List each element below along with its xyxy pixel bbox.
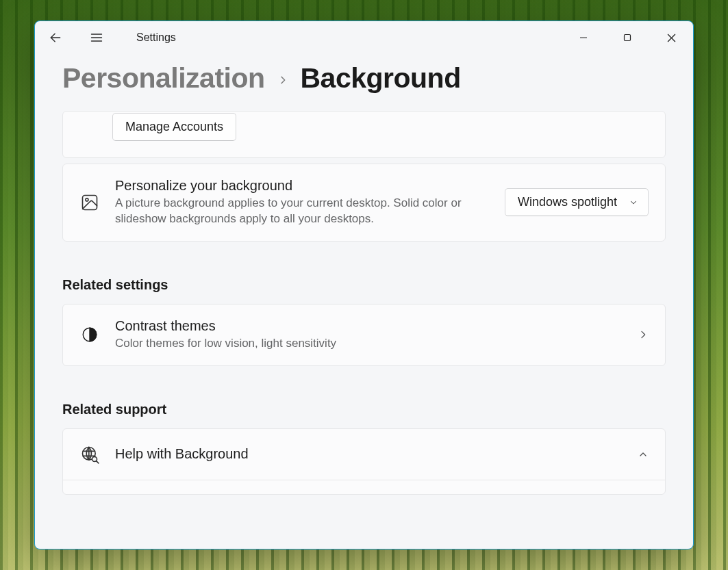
personalize-background-card: Personalize your background A picture ba… [62, 164, 666, 242]
back-arrow-icon [49, 31, 62, 44]
contrast-title: Contrast themes [115, 318, 623, 334]
settings-window: Settings Personalization Background Mana… [34, 21, 694, 549]
help-title: Help with Background [115, 446, 623, 462]
contrast-themes-card[interactable]: Contrast themes Color themes for low vis… [62, 304, 666, 366]
background-type-select[interactable]: Windows spotlight [505, 188, 649, 216]
app-title: Settings [136, 31, 176, 44]
image-icon [79, 192, 100, 213]
help-background-card: Help with Background [62, 428, 666, 495]
chevron-down-icon [629, 198, 638, 207]
help-expanded-content [63, 480, 665, 494]
chevron-right-icon [277, 72, 288, 90]
content-area: Personalization Background Manage Accoun… [35, 54, 693, 549]
svg-point-9 [86, 198, 88, 201]
breadcrumb-current: Background [301, 62, 461, 94]
contrast-icon [79, 324, 100, 345]
spotlight-card-partial: Manage Accounts [62, 111, 666, 158]
hamburger-icon [90, 31, 103, 44]
background-type-value: Windows spotlight [518, 195, 617, 209]
personalize-desc: A picture background applies to your cur… [115, 196, 490, 227]
contrast-desc: Color themes for low vision, light sensi… [115, 336, 623, 352]
breadcrumb: Personalization Background [62, 54, 666, 111]
back-button[interactable] [45, 27, 66, 49]
maximize-icon [623, 34, 631, 42]
nav-menu-button[interactable] [86, 27, 108, 49]
breadcrumb-parent[interactable]: Personalization [62, 62, 265, 94]
related-support-heading: Related support [62, 402, 666, 417]
help-background-toggle[interactable]: Help with Background [63, 429, 665, 480]
chevron-right-icon [638, 329, 649, 340]
manage-accounts-button[interactable]: Manage Accounts [112, 113, 236, 141]
svg-rect-5 [625, 35, 631, 41]
related-settings-heading: Related settings [62, 277, 666, 293]
chevron-up-icon [638, 449, 649, 460]
minimize-icon [579, 34, 588, 42]
close-icon [667, 34, 676, 42]
globe-search-icon [79, 444, 100, 465]
titlebar: Settings [35, 21, 693, 54]
close-button[interactable] [649, 23, 693, 53]
maximize-button[interactable] [605, 23, 649, 53]
personalize-title: Personalize your background [115, 178, 490, 194]
minimize-button[interactable] [562, 23, 605, 53]
svg-line-14 [97, 461, 99, 463]
